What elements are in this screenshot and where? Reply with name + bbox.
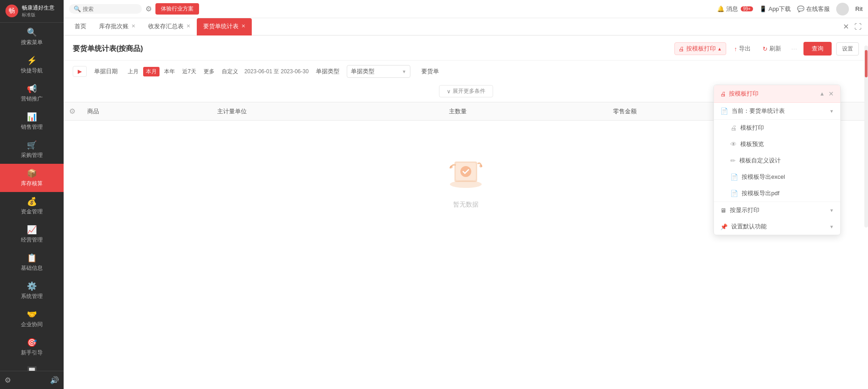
tab-receipt-summary[interactable]: 收发存汇总表 ✕ xyxy=(142,18,197,35)
arrow-right-icon: ▶ xyxy=(78,68,82,75)
notifications-badge: 99+ xyxy=(741,6,753,11)
current-item-arrow: ▼ xyxy=(829,109,834,114)
tab-expand-icon[interactable]: ⛶ xyxy=(853,21,863,33)
guide-icon: 🎯 xyxy=(27,338,37,348)
topbar: 🔍 ⚙ 体验行业方案 🔔 消息 99+ 📱 App下载 💬 在线客服 Rit xyxy=(64,0,868,18)
dropdown-set-default[interactable]: 📌 设置默认功能 ▼ xyxy=(714,218,840,235)
tab-receipt-summary-label: 收发存汇总表 xyxy=(148,22,184,30)
doctype-select[interactable]: 单据类型 ▼ xyxy=(347,65,410,78)
export-excel-label: 按模板导出excel xyxy=(742,173,785,181)
dropdown-close-icon[interactable]: ✕ xyxy=(828,90,834,97)
date-last-month[interactable]: 上月 xyxy=(125,67,141,76)
settings-btn[interactable]: 设置 xyxy=(836,42,859,56)
sidebar-item-label: 搜索菜单 xyxy=(21,39,43,46)
app-download-label: App下载 xyxy=(768,5,791,13)
template-preview-label: 模板预览 xyxy=(740,140,764,148)
sidebar-nav: 🔍 搜索菜单 ⚡ 快捷导航 📢 营销推广 📊 销售管理 🛒 采购管理 📦 库存核… xyxy=(0,23,64,371)
sidebar-item-label: 采购管理 xyxy=(21,152,43,159)
settings-bottom-icon[interactable]: ⚙ xyxy=(5,376,11,384)
tab-home[interactable]: 首页 xyxy=(68,18,93,35)
empty-text: 暂无数据 xyxy=(453,201,479,209)
topbar-actions: 🔔 消息 99+ 📱 App下载 💬 在线客服 Rit xyxy=(717,3,863,15)
sidebar-item-enterprise[interactable]: 🤝 企业协同 xyxy=(0,305,64,333)
dropdown-template-print[interactable]: 🖨 模板打印 xyxy=(714,120,840,136)
printer-dropdown-icon: 🖨 xyxy=(720,91,726,97)
app-download-btn[interactable]: 📱 App下载 xyxy=(759,5,791,13)
gear-icon[interactable]: ⚙ xyxy=(145,5,152,13)
page-header-actions: 🖨 按模板打印 ▲ ↑ 导出 ↻ 刷新 ⋯ 查询 设置 xyxy=(674,42,859,56)
sidebar-item-basic-info[interactable]: 📋 基础信息 xyxy=(0,248,64,277)
dropdown-template-preview[interactable]: 👁 模板预览 xyxy=(714,136,840,152)
table-col-unit: 主计量单位 xyxy=(212,102,444,121)
refresh-btn[interactable]: ↻ 刷新 xyxy=(759,43,785,55)
refresh-btn-label: 刷新 xyxy=(769,45,781,53)
print-btn[interactable]: 🖨 按模板打印 ▲ xyxy=(674,42,726,55)
date-more[interactable]: 更多 xyxy=(201,67,217,76)
tab-receipt-summary-close[interactable]: ✕ xyxy=(186,23,190,29)
tab-order-summary-label: 要货单统计表 xyxy=(203,22,239,30)
set-default-arrow: ▼ xyxy=(829,224,834,229)
sidebar-item-label: 库存核算 xyxy=(21,180,43,187)
sidebar-item-guide[interactable]: 🎯 新手引导 xyxy=(0,333,64,361)
date-range: 2023-06-01 至 2023-06-30 xyxy=(244,68,309,76)
notifications-btn[interactable]: 🔔 消息 99+ xyxy=(717,5,753,13)
filter-expand-btn[interactable]: ▶ xyxy=(73,66,87,77)
dropdown-export-pdf[interactable]: 📄 按模板导出pdf xyxy=(714,185,840,202)
sidebar-item-sales[interactable]: 📊 销售管理 xyxy=(0,107,64,136)
experience-btn[interactable]: 体验行业方案 xyxy=(155,3,199,15)
date-this-month[interactable]: 本月 xyxy=(143,67,160,76)
scrollbar[interactable] xyxy=(864,45,868,227)
online-service-btn[interactable]: 💬 在线客服 xyxy=(797,5,830,13)
export-btn[interactable]: ↑ 导出 xyxy=(731,43,755,55)
dropdown-expand-icon[interactable]: ▲ xyxy=(819,91,825,97)
tab-inventory-batch-close[interactable]: ✕ xyxy=(131,23,135,29)
sidebar-item-inventory[interactable]: 📦 库存核算 xyxy=(0,164,64,192)
tab-order-summary[interactable]: 要货单统计表 ✕ xyxy=(197,18,252,35)
dropdown-current-item[interactable]: 📄 当前：要货单统计表 ▼ xyxy=(714,103,840,119)
inventory-icon: 📦 xyxy=(27,168,37,178)
refresh-icon: ↻ xyxy=(763,45,768,52)
page-content: 要货单统计表(按商品) 🖨 按模板打印 ▲ ↑ 导出 ↻ 刷新 xyxy=(64,35,868,389)
dropdown-template-custom[interactable]: ✏ 模板自定义设计 xyxy=(714,152,840,169)
sidebar-item-appcenter[interactable]: 🔲 应用中心 xyxy=(0,361,64,371)
svg-point-3 xyxy=(460,166,471,177)
sidebar-item-label: 系统管理 xyxy=(21,293,43,300)
user-name: Rit xyxy=(855,5,863,12)
expand-more-btn[interactable]: ∨ 展开更多条件 xyxy=(439,85,493,97)
sidebar-item-marketing[interactable]: 📢 营销推广 xyxy=(0,79,64,107)
export-btn-label: 导出 xyxy=(739,45,751,53)
sidebar-item-label: 快捷导航 xyxy=(21,67,43,75)
export-excel-icon: 📄 xyxy=(730,173,738,181)
search-box[interactable]: 🔍 xyxy=(69,4,142,14)
query-btn[interactable]: 查询 xyxy=(803,42,832,56)
scrollbar-thumb[interactable] xyxy=(865,50,868,77)
date-custom[interactable]: 自定义 xyxy=(219,67,241,76)
user-avatar[interactable] xyxy=(836,3,849,15)
date-this-year[interactable]: 本年 xyxy=(161,67,178,76)
sidebar-item-finance[interactable]: 💰 资金管理 xyxy=(0,192,64,220)
dropdown-display-print[interactable]: 🖥 按显示打印 ▼ xyxy=(714,202,840,218)
operations-icon: 📈 xyxy=(27,225,37,235)
tab-inventory-batch[interactable]: 库存批次账 ✕ xyxy=(93,18,142,35)
sidebar-item-label: 资金管理 xyxy=(21,208,43,216)
tab-order-summary-close[interactable]: ✕ xyxy=(241,23,245,29)
template-print-label: 模板打印 xyxy=(740,124,764,132)
sidebar-item-system[interactable]: ⚙️ 系统管理 xyxy=(0,277,64,305)
table-settings-icon[interactable]: ⚙ xyxy=(69,107,75,115)
search-input[interactable] xyxy=(83,6,137,12)
template-print-icon: 🖨 xyxy=(730,124,737,131)
tab-close-all-icon[interactable]: ✕ xyxy=(841,20,851,33)
sidebar-item-purchase[interactable]: 🛒 采购管理 xyxy=(0,136,64,164)
template-custom-icon: ✏ xyxy=(730,157,736,164)
tabbar-btns: ✕ ⛶ xyxy=(841,20,863,33)
sidebar-item-operations[interactable]: 📈 经营管理 xyxy=(0,220,64,248)
sidebar-item-quick-nav[interactable]: ⚡ 快捷导航 xyxy=(0,51,64,79)
dropdown-export-excel[interactable]: 📄 按模板导出excel xyxy=(714,169,840,185)
date-7days[interactable]: 近7天 xyxy=(180,67,199,76)
display-print-arrow: ▼ xyxy=(829,208,834,213)
sidebar-item-label: 销售管理 xyxy=(21,123,43,131)
sidebar-item-search[interactable]: 🔍 搜索菜单 xyxy=(0,23,64,51)
audio-icon[interactable]: 🔊 xyxy=(50,376,59,384)
svg-point-4 xyxy=(450,166,453,168)
chevron-down-icon: ∨ xyxy=(447,88,451,95)
